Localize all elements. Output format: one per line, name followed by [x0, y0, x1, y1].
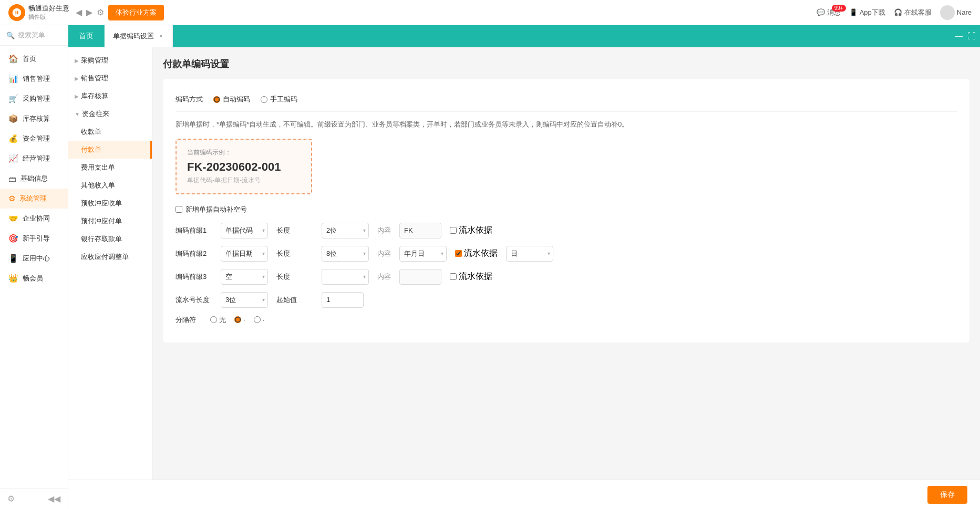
serial-length-select[interactable]: 3位 4位 5位 — [221, 292, 268, 308]
sidebar-item-inventory[interactable]: 📦 库存核算 — [0, 109, 68, 129]
prefix2-day-select[interactable]: 日 月 年 — [506, 246, 553, 262]
user-avatar-item[interactable]: Nare — [940, 5, 972, 20]
nav-group-inventory[interactable]: ▶ 库存核算 — [68, 87, 152, 105]
prefix3-serial-input[interactable] — [450, 273, 457, 280]
nav-group-purchase[interactable]: ▶ 采购管理 — [68, 51, 152, 69]
prefix3-serial-checkbox[interactable]: 流水依据 — [450, 271, 492, 282]
sales-icon: 📊 — [8, 74, 18, 84]
sidebar-item-finance[interactable]: 💰 资金管理 — [0, 129, 68, 149]
prefix1-row: 编码前缀1 单据代码 单据日期 空 部门 业务员 长度 — [176, 223, 957, 238]
sidebar-item-apps[interactable]: 📱 应用中心 — [0, 248, 68, 268]
prefix3-select-wrapper[interactable]: 单据代码 单据日期 空 部门 业务员 — [221, 269, 268, 285]
app-download-item[interactable]: 📱 App下载 — [849, 8, 885, 17]
separator-dot-input[interactable] — [234, 316, 241, 323]
nav-item-bank[interactable]: 银行存取款单 — [68, 230, 152, 248]
sidebar-item-sales[interactable]: 📊 销售管理 — [0, 69, 68, 89]
sidebar-item-home[interactable]: 🏠 首页 — [0, 49, 68, 69]
nav-group-purchase-label: 采购管理 — [81, 56, 108, 65]
guide-icon: 🎯 — [8, 234, 18, 243]
nav-item-payment[interactable]: 付款单 — [68, 141, 152, 159]
nav-group-capital[interactable]: ▼ 资金往来 — [68, 105, 152, 123]
tab-close-btn[interactable]: × — [158, 32, 164, 41]
prefix2-select-wrapper[interactable]: 单据代码 单据日期 空 部门 业务员 — [221, 246, 268, 262]
prefix2-length-select[interactable]: 6位 8位 10位 — [322, 246, 369, 262]
message-item[interactable]: 💬 消息 99+ — [817, 8, 841, 17]
sidebar-item-member[interactable]: 👑 畅会员 — [0, 268, 68, 288]
prefix2-serial-checkbox[interactable]: 流水依据 — [455, 248, 498, 259]
prefix2-select[interactable]: 单据代码 单据日期 空 部门 业务员 — [221, 246, 268, 262]
nav-back-btn[interactable]: ◀ — [76, 7, 82, 17]
radio-auto-input[interactable] — [213, 96, 220, 103]
prefix3-length-select[interactable]: 2位 3位 — [322, 269, 369, 285]
separator-none-input[interactable] — [210, 316, 217, 323]
tab-active-encoding[interactable]: 单据编码设置 × — [105, 25, 173, 47]
nav-item-expense[interactable]: 费用支出单 — [68, 159, 152, 176]
prefix3-length-select-wrapper[interactable]: 2位 3位 — [322, 269, 369, 285]
nav-group-sales[interactable]: ▶ 销售管理 — [68, 69, 152, 87]
nav-item-pre-payment[interactable]: 预付冲应付单 — [68, 212, 152, 230]
prefix2-day-select-wrapper[interactable]: 日 月 年 — [506, 246, 553, 262]
prefix1-content-label: 内容 — [377, 226, 391, 235]
nav-item-receipt[interactable]: 收款单 — [68, 123, 152, 141]
tab-minimize-btn[interactable]: — — [955, 32, 963, 41]
prefix2-content-select-wrapper[interactable]: 年月日 年月 年 — [399, 246, 447, 262]
start-value-input[interactable] — [322, 292, 364, 308]
start-value-label: 起始值 — [276, 295, 313, 305]
separator-row: 分隔符 无 · · — [176, 315, 957, 325]
nav-item-other-income[interactable]: 其他收入单 — [68, 176, 152, 194]
separator-none[interactable]: 无 — [210, 315, 226, 325]
sidebar-bottom: ⚙ ◀◀ — [0, 488, 68, 509]
prefix2-serial-label[interactable]: 流水依据 — [464, 248, 498, 259]
prefix1-select[interactable]: 单据代码 单据日期 空 部门 业务员 — [221, 223, 268, 238]
user-name: Nare — [957, 8, 972, 16]
auto-fill-row: 新增单据自动补空号 — [176, 205, 957, 214]
serial-length-select-wrapper[interactable]: 3位 4位 5位 — [221, 292, 268, 308]
tab-encoding-label: 单据编码设置 — [113, 32, 154, 41]
radio-auto-encoding[interactable]: 自动编码 — [213, 95, 250, 104]
sidebar-item-system[interactable]: ⚙ 系统管理 — [0, 189, 68, 209]
collapse-icon[interactable]: ◀◀ — [48, 494, 60, 504]
sidebar-item-purchase[interactable]: 🛒 采购管理 — [0, 89, 68, 109]
brand-sub: 插件版 — [28, 13, 69, 20]
prefix2-length-select-wrapper[interactable]: 6位 8位 10位 — [322, 246, 369, 262]
tab-bar-actions: — ⛶ — [951, 25, 980, 47]
auto-fill-label[interactable]: 新增单据自动补空号 — [185, 205, 247, 214]
tab-home[interactable]: 首页 — [68, 25, 105, 47]
prefix3-content-value — [399, 269, 441, 285]
separator-dash-input[interactable] — [254, 316, 261, 323]
prefix1-serial-checkbox[interactable]: 流水依据 — [450, 225, 492, 236]
prefix1-serial-input[interactable] — [450, 227, 457, 234]
prefix3-serial-label[interactable]: 流水依据 — [459, 271, 492, 282]
settings-icon-btn[interactable]: ⚙ — [97, 7, 104, 17]
sidebar-search[interactable]: 🔍 搜索菜单 — [0, 25, 68, 46]
prefix1-content-value: FK — [399, 223, 441, 238]
nav-forward-btn[interactable]: ▶ — [86, 7, 92, 17]
separator-dash[interactable]: · — [254, 316, 265, 324]
auto-fill-checkbox[interactable] — [176, 206, 182, 213]
nav-item-pre-receipt[interactable]: 预收冲应收单 — [68, 194, 152, 212]
nav-item-other-income-label: 其他收入单 — [81, 181, 115, 189]
save-button[interactable]: 保存 — [927, 486, 967, 504]
prefix3-select[interactable]: 单据代码 单据日期 空 部门 业务员 — [221, 269, 268, 285]
tab-maximize-btn[interactable]: ⛶ — [967, 32, 976, 41]
radio-manual-input[interactable] — [261, 96, 267, 103]
prefix1-length-select-wrapper[interactable]: 2位 3位 4位 — [322, 223, 369, 238]
experience-button[interactable]: 体验行业方案 — [108, 5, 164, 20]
sidebar-item-enterprise[interactable]: 🤝 企业协同 — [0, 209, 68, 228]
nav-item-expense-label: 费用支出单 — [81, 163, 115, 171]
online-service-item[interactable]: 🎧 在线客服 — [894, 8, 932, 17]
separator-dot[interactable]: · — [234, 316, 245, 324]
radio-manual-encoding[interactable]: 手工编码 — [261, 95, 297, 104]
nav-item-adjustment[interactable]: 应收应付调整单 — [68, 248, 152, 266]
sidebar-item-operations[interactable]: 📈 经营管理 — [0, 149, 68, 169]
prefix2-serial-input[interactable] — [455, 250, 462, 257]
prefix1-select-wrapper[interactable]: 单据代码 单据日期 空 部门 业务员 — [221, 223, 268, 238]
sidebar-item-guide[interactable]: 🎯 新手引导 — [0, 228, 68, 248]
nav-arrow-purchase: ▶ — [75, 58, 79, 64]
settings-bottom-icon[interactable]: ⚙ — [7, 494, 15, 504]
prefix1-serial-label[interactable]: 流水依据 — [459, 225, 492, 236]
prefix1-label: 编码前缀1 — [176, 226, 212, 235]
sidebar-item-basic[interactable]: 🗃 基础信息 — [0, 169, 68, 189]
prefix1-length-select[interactable]: 2位 3位 4位 — [322, 223, 369, 238]
prefix2-content-select[interactable]: 年月日 年月 年 — [399, 246, 447, 262]
